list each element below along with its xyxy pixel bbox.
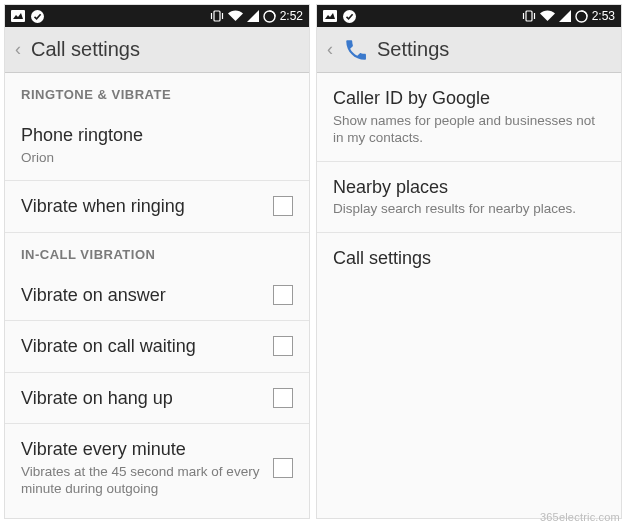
checkbox[interactable] [273,196,293,216]
gallery-icon [323,10,337,22]
battery-circle-icon [263,10,276,23]
row-label: Vibrate on answer [21,284,261,307]
settings-list: RINGTONE & VIBRATE Phone ringtone Orion … [5,73,309,518]
watermark: 365electric.com [540,511,620,523]
row-label: Call settings [333,247,605,270]
row-label: Vibrate on call waiting [21,335,261,358]
row-label: Phone ringtone [21,124,293,147]
vibrate-icon [522,10,536,22]
gallery-icon [11,10,25,22]
vibrate-icon [210,10,224,22]
svg-rect-2 [214,11,220,21]
row-label: Nearby places [333,176,605,199]
status-time: 2:53 [592,9,615,23]
signal-icon [559,10,571,22]
section-header-ringtone: RINGTONE & VIBRATE [5,73,309,110]
back-icon[interactable]: ‹ [325,39,335,60]
app-bar: ‹ Call settings [5,27,309,73]
row-vibrate-every-minute[interactable]: Vibrate every minute Vibrates at the 45 … [5,424,309,512]
page-title: Settings [377,38,449,61]
row-sub: Display search results for nearby places… [333,200,605,218]
row-label: Vibrate every minute [21,438,261,461]
battery-circle-icon [575,10,588,23]
row-sub: Show names for people and businesses not… [333,112,605,147]
svg-rect-0 [11,10,25,22]
row-vibrate-on-hang-up[interactable]: Vibrate on hang up [5,373,309,425]
section-header-incall: IN-CALL VIBRATION [5,233,309,270]
wifi-icon [228,10,243,22]
svg-rect-8 [526,11,532,21]
back-icon[interactable]: ‹ [13,39,23,60]
checkbox[interactable] [273,336,293,356]
checkbox[interactable] [273,458,293,478]
page-title: Call settings [31,38,140,61]
check-badge-icon [343,10,356,23]
phone-icon [343,37,369,63]
wifi-icon [540,10,555,22]
row-vibrate-when-ringing[interactable]: Vibrate when ringing [5,181,309,233]
row-call-settings[interactable]: Call settings [317,233,621,284]
svg-rect-6 [323,10,337,22]
svg-point-1 [31,10,44,23]
app-bar: ‹ Settings [317,27,621,73]
checkbox[interactable] [273,388,293,408]
status-bar: 2:53 [317,5,621,27]
status-time: 2:52 [280,9,303,23]
check-badge-icon [31,10,44,23]
row-nearby-places[interactable]: Nearby places Display search results for… [317,162,621,233]
row-caller-id[interactable]: Caller ID by Google Show names for peopl… [317,73,621,162]
row-label: Vibrate on hang up [21,387,261,410]
checkbox[interactable] [273,285,293,305]
settings-list: Caller ID by Google Show names for peopl… [317,73,621,518]
row-sub: Vibrates at the 45 second mark of every … [21,463,261,498]
row-label: Caller ID by Google [333,87,605,110]
screen-call-settings: 2:52 ‹ Call settings RINGTONE & VIBRATE … [4,4,310,519]
row-vibrate-on-answer[interactable]: Vibrate on answer [5,270,309,322]
svg-point-7 [343,10,356,23]
screen-phone-settings: 2:53 ‹ Settings Caller ID by Google Show… [316,4,622,519]
row-sub: Orion [21,149,293,167]
status-bar: 2:52 [5,5,309,27]
row-vibrate-on-call-waiting[interactable]: Vibrate on call waiting [5,321,309,373]
row-phone-ringtone[interactable]: Phone ringtone Orion [5,110,309,181]
row-label: Vibrate when ringing [21,195,261,218]
signal-icon [247,10,259,22]
